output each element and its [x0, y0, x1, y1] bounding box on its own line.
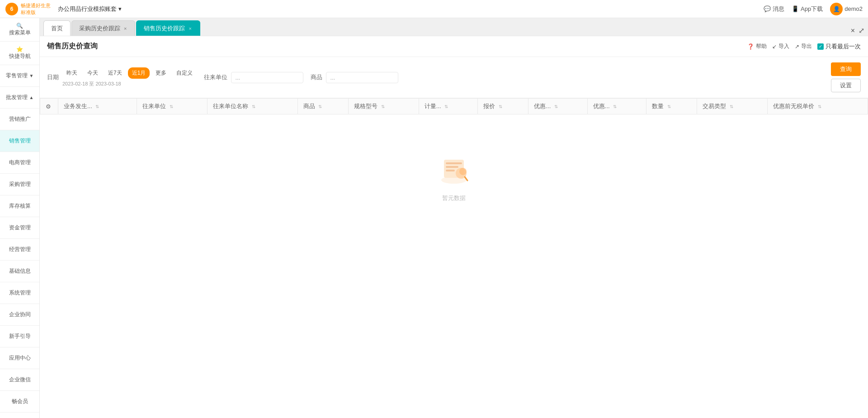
- partner-input[interactable]: ...: [231, 72, 303, 83]
- workspace-label: 办公用品行业模拟账套: [58, 5, 117, 13]
- empty-illustration: [436, 151, 472, 187]
- sidebar-item-search[interactable]: 🔍 搜索菜单: [0, 18, 39, 42]
- chevron-down-icon: ▼: [29, 73, 34, 78]
- sidebar-item-system[interactable]: 系统管理: [0, 282, 39, 304]
- table-col-business-date[interactable]: 业务发生... ⇅: [58, 99, 137, 114]
- help-btn[interactable]: ❓ 帮助: [747, 43, 767, 50]
- tab-purchase[interactable]: 采购历史价跟踪 ×: [71, 20, 135, 36]
- import-btn[interactable]: ↙ 导入: [772, 43, 789, 50]
- sidebar-item-basic-info[interactable]: 基础信息: [0, 261, 39, 282]
- date-btn-last1month[interactable]: 近1月: [128, 67, 150, 79]
- content-area: 首页 采购历史价跟踪 × 销售历史价跟踪 × × ⤢ 销售历史价查询: [40, 18, 868, 418]
- logo-text: 畅捷通好生意 标准版: [21, 2, 51, 15]
- sort-icon: ⇅: [95, 104, 99, 109]
- sidebar-item-quick-nav[interactable]: ⭐ 快捷导航: [0, 42, 39, 65]
- search-icon: 🔍: [16, 23, 23, 29]
- sidebar-item-wechat[interactable]: 企业微信: [0, 369, 39, 391]
- workspace-selector[interactable]: 办公用品行业模拟账套 ▾: [54, 3, 125, 15]
- sort-icon: ⇅: [499, 104, 502, 109]
- settings-button[interactable]: 设置: [831, 79, 861, 92]
- product-filter-group: 商品 ...: [311, 72, 398, 83]
- page-actions: ❓ 帮助 ↙ 导入 ↗ 导出 ✓ 只看最后一次: [747, 43, 861, 51]
- top-bar-left: 6 畅捷通好生意 标准版 办公用品行业模拟账套 ▾: [5, 2, 125, 15]
- logo-icon: 6: [5, 3, 18, 15]
- top-bar-right: 💬 消息 📱 App下载 👤 demo2: [764, 3, 863, 15]
- date-btn-yesterday[interactable]: 昨天: [62, 67, 81, 79]
- export-icon: ↗: [795, 43, 799, 50]
- main-layout: 🔍 搜索菜单 ⭐ 快捷导航 零售管理 ▼ 批发管理 ▲ 营销推广 销售管理 电商…: [0, 18, 868, 418]
- svg-rect-2: [446, 162, 462, 164]
- table-col-partner-name[interactable]: 往来单位名称 ⇅: [208, 99, 298, 114]
- table-col-trade-type[interactable]: 交易类型 ⇅: [697, 99, 768, 114]
- table-col-partner-code[interactable]: 往来单位 ⇅: [137, 99, 208, 114]
- sidebar-item-finance[interactable]: 资金管理: [0, 217, 39, 239]
- date-filter-label: 日期: [47, 73, 59, 81]
- sort-icon: ⇅: [818, 104, 821, 109]
- data-table: ⚙ 业务发生... ⇅ 往来单位 ⇅ 往来单位名称 ⇅: [40, 98, 868, 114]
- filter-area: 日期 昨天 今天 近7天 近1月 更多 自定义 2023-02-18 至 202…: [40, 57, 868, 98]
- table-col-tax-price[interactable]: 优惠前无税单价 ⇅: [768, 99, 868, 114]
- partner-filter-label: 往来单位: [204, 73, 227, 81]
- tab-sales-close[interactable]: ×: [188, 25, 192, 32]
- sidebar-item-sales-mgmt[interactable]: 销售管理: [0, 130, 39, 152]
- tab-home[interactable]: 首页: [43, 20, 71, 36]
- workspace-chevron-icon: ▾: [118, 5, 122, 12]
- page-header: 销售历史价查询 ❓ 帮助 ↙ 导入 ↗ 导出 ✓: [40, 36, 868, 57]
- tab-sales[interactable]: 销售历史价跟踪 ×: [136, 20, 200, 36]
- table-container: ⚙ 业务发生... ⇅ 往来单位 ⇅ 往来单位名称 ⇅: [40, 98, 868, 238]
- date-btn-more[interactable]: 更多: [151, 67, 170, 79]
- sort-icon: ⇅: [613, 104, 617, 109]
- sort-icon: ⇅: [252, 104, 255, 109]
- sidebar-item-guide[interactable]: 新手引导: [0, 326, 39, 347]
- page-content: 销售历史价查询 ❓ 帮助 ↙ 导入 ↗ 导出 ✓: [40, 36, 868, 418]
- table-col-discount1[interactable]: 优惠... ⇅: [528, 99, 587, 114]
- sidebar-item-app-center[interactable]: 应用中心: [0, 347, 39, 369]
- table-col-gear[interactable]: ⚙: [40, 99, 58, 114]
- product-input[interactable]: ...: [326, 72, 398, 83]
- sort-icon: ⇅: [318, 104, 322, 109]
- table-col-spec[interactable]: 规格型号 ⇅: [348, 99, 419, 114]
- sidebar-item-marketing[interactable]: 营销推广: [0, 109, 39, 130]
- message-btn[interactable]: 💬 消息: [764, 5, 784, 13]
- product-filter-label: 商品: [311, 73, 322, 81]
- sidebar-item-enterprise[interactable]: 企业协同: [0, 304, 39, 326]
- query-button[interactable]: 查询: [831, 62, 861, 76]
- date-btn-today[interactable]: 今天: [83, 67, 102, 79]
- table-header: ⚙ 业务发生... ⇅ 往来单位 ⇅ 往来单位名称 ⇅: [40, 99, 868, 114]
- date-range-display: 2023-02-18 至 2023-03-18: [62, 81, 197, 87]
- maximize-btn[interactable]: ⤢: [859, 26, 864, 35]
- sort-icon: ⇅: [554, 104, 558, 109]
- table-col-qty[interactable]: 数量 ⇅: [646, 99, 697, 114]
- empty-text: 暂元数据: [442, 194, 466, 202]
- only-last-checkbox[interactable]: ✓: [817, 43, 824, 50]
- tab-purchase-close[interactable]: ×: [123, 25, 127, 32]
- app-icon: 📱: [792, 5, 799, 12]
- table-col-price[interactable]: 报价 ⇅: [478, 99, 528, 114]
- import-icon: ↙: [772, 43, 777, 50]
- sidebar-item-wholesale[interactable]: 批发管理 ▲: [0, 87, 39, 109]
- sidebar-item-ecommerce[interactable]: 电商管理: [0, 152, 39, 174]
- date-section: 昨天 今天 近7天 近1月 更多 自定义 2023-02-18 至 2023-0…: [62, 67, 197, 87]
- date-btn-custom[interactable]: 自定义: [172, 67, 197, 79]
- app-download-btn[interactable]: 📱 App下载: [792, 5, 823, 13]
- date-filter-group: 日期 昨天 今天 近7天 近1月 更多 自定义 2023-02-18 至 202…: [47, 67, 197, 87]
- sort-icon: ⇅: [170, 104, 173, 109]
- avatar: 👤: [830, 3, 843, 15]
- table-col-product[interactable]: 商品 ⇅: [297, 99, 348, 114]
- sidebar-item-purchase-mgmt[interactable]: 采购管理: [0, 174, 39, 195]
- date-buttons: 昨天 今天 近7天 近1月 更多 自定义: [62, 67, 197, 79]
- table-header-row: ⚙ 业务发生... ⇅ 往来单位 ⇅ 往来单位名称 ⇅: [40, 99, 868, 114]
- svg-point-6: [459, 168, 467, 175]
- sidebar-item-operations[interactable]: 经营管理: [0, 239, 39, 261]
- date-btn-last7[interactable]: 近7天: [104, 67, 126, 79]
- user-menu[interactable]: 👤 demo2: [830, 3, 863, 15]
- close-all-tabs-btn[interactable]: ×: [851, 27, 855, 35]
- only-last-checkbox-label[interactable]: ✓ 只看最后一次: [817, 43, 861, 51]
- sidebar-item-retail[interactable]: 零售管理 ▼: [0, 65, 39, 87]
- table-col-unit[interactable]: 计量... ⇅: [419, 99, 477, 114]
- table-col-discount2[interactable]: 优惠... ⇅: [587, 99, 646, 114]
- export-btn[interactable]: ↗ 导出: [795, 43, 812, 50]
- sidebar-item-inventory[interactable]: 库存核算: [0, 195, 39, 217]
- sidebar-item-member[interactable]: 畅会员: [0, 391, 39, 413]
- partner-input-value: ...: [235, 74, 240, 81]
